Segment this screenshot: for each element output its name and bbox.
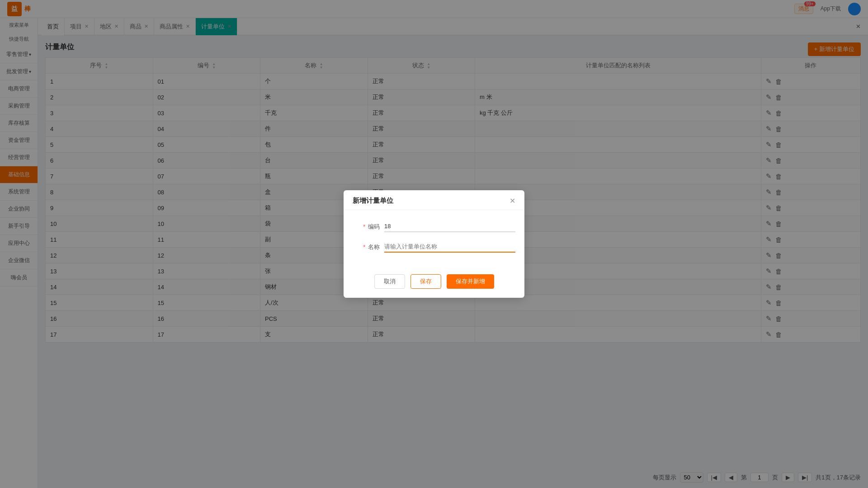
code-input[interactable] [384, 221, 515, 232]
form-row-name: * 名称 [353, 241, 515, 253]
cancel-button[interactable]: 取消 [374, 274, 405, 289]
form-label-name: * 名称 [353, 243, 380, 251]
dialog-close-button[interactable]: ✕ [509, 197, 515, 205]
dialog-title: 新增计量单位 [353, 197, 393, 205]
required-star-code: * [363, 223, 365, 230]
dialog-overlay: 新增计量单位 ✕ * 编码 * 名称 [0, 0, 868, 488]
form-label-code: * 编码 [353, 223, 380, 231]
add-unit-dialog: 新增计量单位 ✕ * 编码 * 名称 [344, 190, 524, 298]
dialog-footer: 取消 保存 保存并新增 [344, 269, 524, 298]
save-button[interactable]: 保存 [410, 274, 441, 289]
form-row-code: * 编码 [353, 221, 515, 232]
required-star-name: * [363, 244, 365, 250]
dialog-body: * 编码 * 名称 [344, 210, 524, 269]
save-and-add-button[interactable]: 保存并新增 [447, 274, 494, 289]
dialog-header: 新增计量单位 ✕ [344, 190, 524, 210]
name-input[interactable] [384, 241, 515, 253]
